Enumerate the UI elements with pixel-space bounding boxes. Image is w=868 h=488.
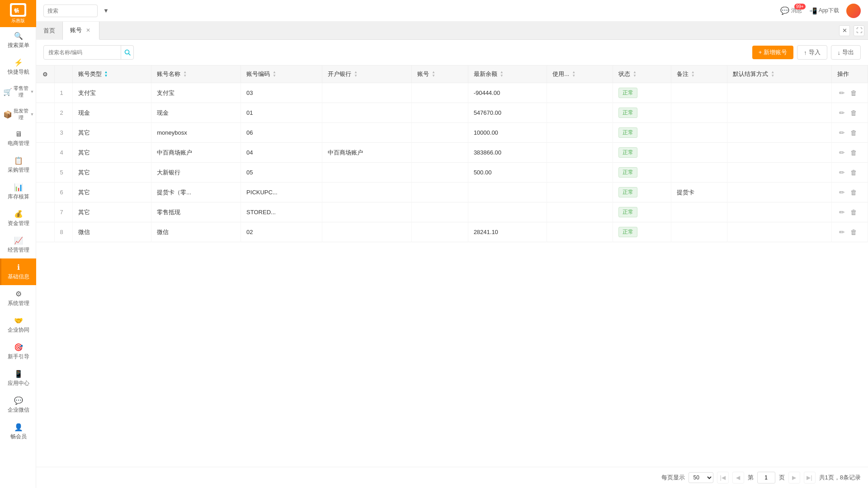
page-input[interactable]: [757, 472, 775, 483]
col-note-sort[interactable]: ▲▼: [691, 70, 695, 78]
row-status-cell: 正常: [613, 103, 671, 123]
sidebar-item-basic-info[interactable]: ℹ 基础信息: [0, 258, 36, 285]
col-account[interactable]: 账号 ▲▼: [411, 66, 468, 83]
col-name-sort[interactable]: ▲▼: [183, 70, 187, 78]
table-row: 1 支付宝 支付宝 03 -90444.00 正常 ✏ 🗑: [36, 83, 868, 103]
row-index-cell: 2: [54, 103, 72, 123]
tab-home[interactable]: 首页: [36, 22, 63, 40]
col-name[interactable]: 账号名称 ▲▼: [151, 66, 241, 83]
sidebar-item-retail[interactable]: 🛒 零售管理 ▼: [0, 80, 36, 103]
prev-page-button[interactable]: ◀: [732, 472, 744, 483]
row-code-cell: 06: [241, 123, 322, 143]
col-status[interactable]: 状态 ▲▼: [613, 66, 671, 83]
delete-button[interactable]: 🗑: [849, 108, 859, 117]
sidebar-item-enterprise-wechat[interactable]: 💬 企业微信: [0, 392, 36, 418]
table-row: 2 现金 现金 01 547670.00 正常 ✏ 🗑: [36, 103, 868, 123]
row-code-cell: 05: [241, 163, 322, 183]
basic-info-icon: ℹ: [17, 263, 20, 272]
col-bank[interactable]: 开户银行 ▲▼: [322, 66, 411, 83]
row-balance-cell: [468, 202, 547, 222]
tab-close-all-button[interactable]: ✕: [839, 25, 850, 36]
row-action-cell: ✏ 🗑: [832, 123, 868, 143]
delete-button[interactable]: 🗑: [849, 207, 859, 217]
col-status-sort[interactable]: ▲▼: [633, 70, 637, 78]
col-bank-sort[interactable]: ▲▼: [354, 70, 358, 78]
sidebar-item-member[interactable]: 👤 畅会员: [0, 418, 36, 445]
edit-button[interactable]: ✏: [837, 148, 847, 158]
col-usage[interactable]: 使用... ▲▼: [547, 66, 613, 83]
tab-account[interactable]: 账号 ✕: [63, 22, 99, 40]
edit-button[interactable]: ✏: [837, 168, 847, 178]
search-button[interactable]: [121, 46, 133, 59]
table-row: 3 其它 moneybosx 06 10000.00 正常 ✏ 🗑: [36, 123, 868, 143]
sidebar-item-enterprise-agreement[interactable]: 🤝 企业协同: [0, 312, 36, 338]
import-button[interactable]: ↑ 导入: [797, 45, 827, 60]
sidebar-item-quick-nav[interactable]: ⚡ 快捷导航: [0, 54, 36, 80]
sidebar-item-finance[interactable]: 💰 资金管理: [0, 205, 36, 232]
last-page-button[interactable]: ▶|: [804, 472, 816, 483]
chevron-down-icon: ▼: [103, 7, 109, 14]
next-page-button[interactable]: ▶: [788, 472, 800, 483]
edit-button[interactable]: ✏: [837, 88, 847, 98]
col-settings[interactable]: ⚙: [36, 66, 54, 83]
col-code[interactable]: 账号编码 ▲▼: [241, 66, 322, 83]
delete-button[interactable]: 🗑: [849, 128, 859, 137]
user-avatar[interactable]: [846, 4, 861, 18]
row-type-cell: 支付宝: [72, 83, 151, 103]
edit-button[interactable]: ✏: [837, 108, 847, 118]
col-type[interactable]: 账号类型 ▲▼: [72, 66, 151, 83]
topbar-search-input[interactable]: [43, 5, 98, 17]
first-page-button[interactable]: |◀: [717, 472, 729, 483]
app-download-button[interactable]: 📲 App下载: [809, 7, 839, 14]
delete-button[interactable]: 🗑: [849, 88, 859, 98]
row-settings-cell: [36, 202, 54, 222]
delete-button[interactable]: 🗑: [849, 148, 859, 157]
edit-button[interactable]: ✏: [837, 207, 847, 217]
col-type-label: 账号类型: [78, 70, 102, 78]
ecommerce-icon: 🖥: [15, 130, 22, 138]
export-button[interactable]: ↓ 导出: [831, 45, 861, 60]
row-name-cell: 微信: [151, 222, 241, 242]
search-input[interactable]: [44, 47, 121, 58]
col-default-payment[interactable]: 默认结算方式 ▲▼: [727, 66, 832, 83]
sidebar-item-wholesale[interactable]: 📦 批发管理 ▼: [0, 103, 36, 126]
delete-button[interactable]: 🗑: [849, 188, 859, 197]
per-page-select[interactable]: 50 20 100: [689, 472, 713, 483]
topbar-dropdown[interactable]: ▼: [103, 7, 109, 14]
row-usage-cell: [547, 103, 613, 123]
delete-button[interactable]: 🗑: [849, 168, 859, 177]
sidebar-item-guide[interactable]: 🎯 新手引导: [0, 338, 36, 365]
col-type-sort[interactable]: ▲▼: [104, 70, 108, 78]
col-balance[interactable]: 最新余额 ▲▼: [468, 66, 547, 83]
col-code-sort[interactable]: ▲▼: [273, 70, 276, 78]
settings-icon[interactable]: ⚙: [42, 71, 48, 78]
sidebar-item-ecommerce[interactable]: 🖥 电商管理: [0, 126, 36, 152]
delete-button[interactable]: 🗑: [849, 227, 859, 237]
row-status-cell: 正常: [613, 83, 671, 103]
sidebar-item-system[interactable]: ⚙ 系统管理: [0, 285, 36, 312]
row-settings-cell: [36, 83, 54, 103]
tab-close-button[interactable]: ✕: [85, 27, 92, 34]
sidebar-item-purchase[interactable]: 📋 采购管理: [0, 152, 36, 178]
col-usage-sort[interactable]: ▲▼: [572, 70, 576, 78]
tab-fullscreen-button[interactable]: ⛶: [854, 25, 864, 36]
sidebar-item-app-center[interactable]: 📱 应用中心: [0, 365, 36, 392]
search-box[interactable]: [43, 45, 134, 60]
message-button[interactable]: 💬 消息 99+: [780, 6, 802, 15]
add-account-button[interactable]: + 新增账号: [752, 46, 793, 59]
sidebar-item-label: 基础信息: [8, 273, 29, 281]
row-note-cell: [671, 222, 727, 242]
col-note[interactable]: 备注 ▲▼: [671, 66, 727, 83]
edit-button[interactable]: ✏: [837, 188, 847, 197]
edit-button[interactable]: ✏: [837, 227, 847, 237]
row-note-cell: [671, 123, 727, 143]
edit-button[interactable]: ✏: [837, 128, 847, 138]
sidebar-item-search[interactable]: 🔍 搜索菜单: [0, 27, 36, 54]
col-account-sort[interactable]: ▲▼: [432, 70, 435, 78]
col-balance-sort[interactable]: ▲▼: [500, 70, 504, 78]
sidebar-item-inventory[interactable]: 📊 库存核算: [0, 178, 36, 205]
row-note-cell: [671, 202, 727, 222]
col-default-payment-sort[interactable]: ▲▼: [771, 70, 774, 78]
sidebar-item-operations[interactable]: 📈 经营管理: [0, 232, 36, 258]
col-action: 操作: [832, 66, 868, 83]
